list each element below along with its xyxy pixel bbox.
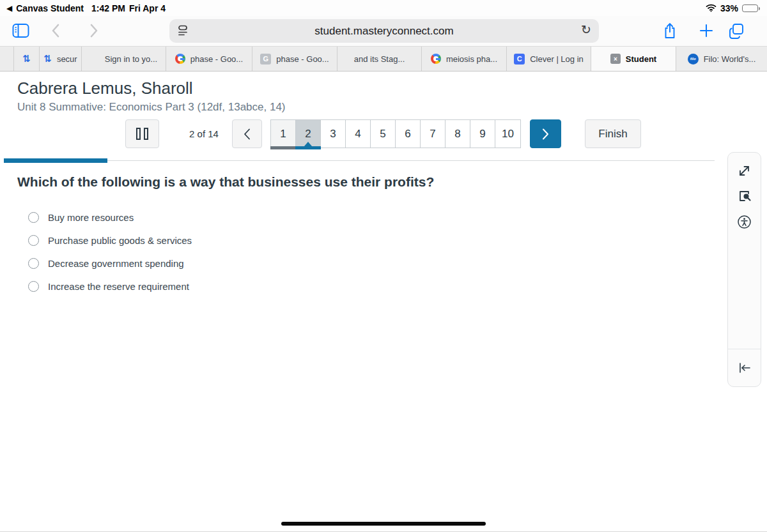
progress-track <box>4 160 715 161</box>
battery-percent: 33% <box>720 3 738 13</box>
sync-arrows-icon: ⇅ <box>22 53 31 65</box>
panel-divider <box>728 349 761 349</box>
question-7-button[interactable]: 7 <box>421 120 445 148</box>
tab-label: Filo: World's... <box>704 54 756 64</box>
question-8-button[interactable]: 8 <box>445 120 470 148</box>
collapse-left-icon[interactable] <box>732 355 757 381</box>
tab-label: phase - Goo... <box>190 54 243 64</box>
home-indicator[interactable] <box>281 522 486 526</box>
question-9-button[interactable]: 9 <box>470 120 495 148</box>
safari-toolbar: student.masteryconnect.com ↻ <box>0 16 767 46</box>
share-icon[interactable] <box>660 21 679 40</box>
tools-panel <box>727 152 761 387</box>
google-gray-icon: G <box>260 54 271 65</box>
tab-label: Sign in to yo... <box>105 54 157 64</box>
question-10-button[interactable]: 10 <box>495 120 520 148</box>
question-3-button[interactable]: 3 <box>321 120 346 148</box>
pause-icon <box>136 128 141 140</box>
tab-label: secur <box>57 54 77 64</box>
tab-microsoft-signin[interactable]: Sign in to yo... <box>82 47 166 71</box>
sync-arrows-icon: ⇅ <box>43 53 52 65</box>
microsoft-logo-icon <box>90 54 100 64</box>
radio-button[interactable] <box>28 235 39 246</box>
wifi-icon <box>706 4 717 12</box>
radio-button[interactable] <box>28 281 39 292</box>
tab-and-its-stag[interactable]: and its Stag... <box>337 47 422 71</box>
radio-button[interactable] <box>28 258 39 269</box>
radio-button[interactable] <box>28 212 39 223</box>
tab-clever[interactable]: C Clever | Log in <box>507 47 591 71</box>
battery-icon <box>742 4 758 12</box>
answer-options: Buy more resources Purchase public goods… <box>28 206 767 298</box>
tab-secure[interactable]: ⇅ secur <box>40 47 82 71</box>
status-bar: ◀ Canvas Student 1:42 PM Fri Apr 4 33% <box>0 0 767 16</box>
question-number-list: 1 2 3 4 5 6 7 8 9 10 <box>270 119 521 148</box>
back-button[interactable] <box>46 21 65 40</box>
address-bar[interactable]: student.masteryconnect.com ↻ <box>169 19 599 43</box>
finish-button[interactable]: Finish <box>585 119 641 148</box>
fullscreen-expand-icon[interactable] <box>732 158 757 183</box>
question-title: Which of the following is a way that bus… <box>17 174 767 190</box>
answer-option-4[interactable]: Increase the reserve requirement <box>28 275 767 298</box>
option-label: Buy more resources <box>48 212 134 223</box>
back-to-app-icon: ◀ <box>6 4 12 13</box>
tab-label: phase - Goo... <box>276 54 329 64</box>
assessment-page: Cabrera Lemus, Sharoll Unit 8 Summative:… <box>0 72 767 298</box>
next-question-button[interactable] <box>530 119 561 148</box>
question-1-button[interactable]: 1 <box>271 120 296 148</box>
question-6-button[interactable]: 6 <box>396 120 421 148</box>
pause-button[interactable] <box>125 119 159 148</box>
answer-option-1[interactable]: Buy more resources <box>28 206 767 229</box>
option-label: Decrease government spending <box>48 258 184 269</box>
tab-strip: ⇅ ⇅ secur Sign in to yo... phase - Goo..… <box>0 46 767 72</box>
answer-option-3[interactable]: Decrease government spending <box>28 252 767 275</box>
tab-phase-google-1[interactable]: phase - Goo... <box>166 47 252 71</box>
previous-question-button[interactable] <box>232 119 262 148</box>
reader-options-icon[interactable] <box>177 24 190 40</box>
reload-icon[interactable]: ↻ <box>581 22 591 36</box>
question-2-button[interactable]: 2 <box>296 120 321 148</box>
answer-option-2[interactable]: Purchase public goods & services <box>28 229 767 252</box>
accessibility-icon[interactable] <box>732 209 757 234</box>
sidebar-toggle-button[interactable] <box>11 21 30 40</box>
google-logo-icon <box>175 54 185 64</box>
date: Fri Apr 4 <box>129 3 166 13</box>
progress-bar <box>4 158 715 163</box>
url-text: student.masteryconnect.com <box>314 25 453 38</box>
question-4-button[interactable]: 4 <box>346 120 371 148</box>
zoom-preview-icon[interactable] <box>732 183 757 209</box>
tab-label: and its Stag... <box>354 54 405 64</box>
ipad-screen: ◀ Canvas Student 1:42 PM Fri Apr 4 33% <box>0 0 767 532</box>
tab-student-active[interactable]: × Student <box>591 47 676 71</box>
pager-position: 2 of 14 <box>181 119 227 148</box>
tab-label: Clever | Log in <box>530 54 584 64</box>
tab-filo[interactable]: filo Filo: World's... <box>676 47 767 71</box>
question-pager: 2 of 14 1 2 3 4 5 6 7 8 9 10 <box>0 119 767 149</box>
tab-sync-1[interactable]: ⇅ <box>14 47 40 71</box>
pause-icon <box>144 128 148 140</box>
clock: 1:42 PM <box>91 3 125 13</box>
clever-logo-icon: C <box>514 54 525 65</box>
app-return-label: Canvas Student <box>16 3 84 13</box>
status-indicators: 33% <box>706 3 761 13</box>
tab-meiosis[interactable]: meiosis pha... <box>422 47 507 71</box>
return-to-app[interactable]: ◀ Canvas Student 1:42 PM Fri Apr 4 <box>6 3 166 13</box>
question-5-button[interactable]: 5 <box>371 120 396 148</box>
student-name: Cabrera Lemus, Sharoll <box>17 79 767 98</box>
tab-label: Student <box>626 54 656 64</box>
progress-fill <box>4 158 107 163</box>
tab-overview-icon[interactable] <box>727 21 746 40</box>
tab-phase-google-2[interactable]: G phase - Goo... <box>252 47 337 71</box>
assessment-title: Unit 8 Summative: Economics Part 3 (12df… <box>17 101 767 114</box>
close-x-favicon: × <box>610 54 621 64</box>
option-label: Increase the reserve requirement <box>48 281 189 292</box>
forward-button[interactable] <box>84 21 104 40</box>
filo-logo-icon: filo <box>688 54 699 65</box>
google-logo-icon <box>431 54 441 64</box>
tab-label: meiosis pha... <box>446 54 497 64</box>
tab-blank[interactable] <box>0 47 14 71</box>
new-tab-icon[interactable] <box>697 21 716 40</box>
option-label: Purchase public goods & services <box>48 235 192 246</box>
